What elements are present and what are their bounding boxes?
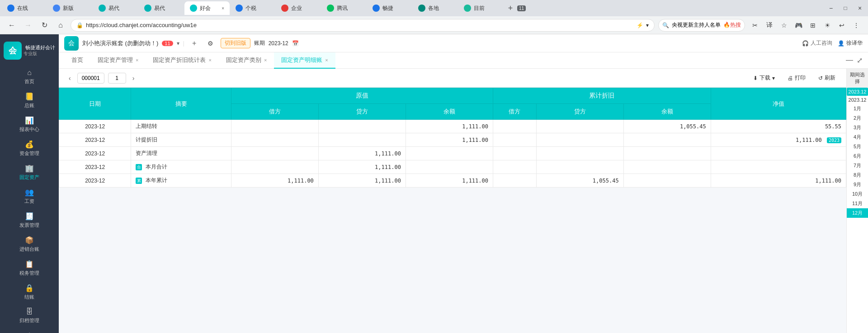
sidebar-item-general-ledger[interactable]: 📒 总账 <box>0 89 59 113</box>
user-avatar-icon: 👤 <box>838 40 844 47</box>
settings-button[interactable]: ⚙ <box>204 37 217 50</box>
search-text: 央视更新主持人名单 <box>672 21 721 29</box>
tab-label-online: 在线 <box>17 5 28 12</box>
prev-page-button[interactable]: ‹ <box>66 74 74 83</box>
browser-tab-yidai2[interactable]: 易代 <box>139 1 184 15</box>
more-tool[interactable]: ⋮ <box>850 19 863 32</box>
browser-tab-gedi[interactable]: 各地 <box>413 1 458 15</box>
print-button[interactable]: 🖨 打印 <box>784 72 809 84</box>
customer-service-button[interactable]: 🎧 人工咨询 <box>802 39 832 47</box>
browser-tab-tengxun[interactable]: 腾讯 <box>321 1 367 15</box>
period-date-1[interactable]: 2023.12 <box>847 88 868 96</box>
next-page-button[interactable]: › <box>130 74 137 83</box>
tab-favicon-muqian <box>464 5 471 12</box>
period-month-12[interactable]: 12月 <box>847 208 868 218</box>
asset-code-input[interactable] <box>77 73 104 84</box>
switch-version-button[interactable]: 切到旧版 <box>221 38 250 48</box>
tab-fixed-cat[interactable]: 固定资产类别 × <box>219 52 274 69</box>
collapse-icon[interactable]: — <box>846 56 853 65</box>
sidebar-item-fixed-assets[interactable]: 🏢 固定资产 <box>0 160 59 184</box>
expand-icon[interactable]: ⤢ <box>857 56 863 65</box>
translate-tool[interactable]: 译 <box>763 19 776 32</box>
sidebar-item-settings[interactable]: ⚙ 设置 <box>0 328 59 333</box>
calendar-icon[interactable]: 📅 <box>292 40 299 47</box>
period-month-7[interactable]: 7月 <box>847 161 868 170</box>
add-account-button[interactable]: + <box>188 37 201 50</box>
brightness-tool[interactable]: ☀ <box>821 19 834 32</box>
topbar-right: 🎧 人工咨询 👤 徐译华 <box>802 39 863 47</box>
sidebar-item-close[interactable]: 🔒 结账 <box>0 280 59 304</box>
undo-tool[interactable]: ↩ <box>835 19 848 32</box>
tab-fixed-dep-stat[interactable]: 固定资产折旧统计表 × <box>146 52 218 69</box>
period-month-2[interactable]: 2月 <box>847 113 868 123</box>
sidebar-item-fund[interactable]: 💰 资金管理 <box>0 136 59 160</box>
address-dropdown-icon[interactable]: ▾ <box>646 22 649 28</box>
star-tool[interactable]: ☆ <box>778 19 790 32</box>
home-icon <box>27 69 32 77</box>
address-bar[interactable]: 🔒 https://cloud.chanjet.com/accounting/u… <box>71 19 655 32</box>
tab-fixed-cat-close[interactable]: × <box>264 57 267 63</box>
tab-fixed-mgmt[interactable]: 固定资产管理 × <box>90 52 146 69</box>
sidebar-item-reports[interactable]: 📊 报表中心 <box>0 113 59 136</box>
new-tab-button[interactable]: + <box>504 2 517 14</box>
browser-tab-haohui[interactable]: 好会 × <box>184 1 230 15</box>
browser-tab-qiye[interactable]: 企业 <box>276 1 321 15</box>
period-month-3[interactable]: 3月 <box>847 123 868 132</box>
tab-label-geshui: 个税 <box>245 5 256 12</box>
browser-tab-online[interactable]: 在线 <box>2 1 47 15</box>
browser-tab-changjie[interactable]: 畅捷 <box>367 1 412 15</box>
back-button[interactable]: ← <box>5 19 18 32</box>
sidebar-item-stock[interactable]: 📦 进销台账 <box>0 232 59 256</box>
search-bar[interactable]: 🔍 央视更新主持人名单 🔥热搜 <box>658 19 745 32</box>
grid-tool[interactable]: ⊞ <box>807 19 819 32</box>
ledger-table: 日期 摘要 原值 累计折旧 净值 借方 贷方 余额 借方 <box>59 88 846 188</box>
tab-fixed-detail[interactable]: 固定资产明细账 × <box>274 52 335 69</box>
sidebar-item-invoice[interactable]: 🧾 发票管理 <box>0 208 59 232</box>
period-value: 2023-12 <box>269 40 288 47</box>
sidebar-item-tax[interactable]: 📋 税务管理 <box>0 256 59 280</box>
browser-tab-yidai1[interactable]: 易代 <box>93 1 138 15</box>
table-row: 2023-12 计提折旧 1,111.00 <box>59 133 846 147</box>
scissors-tool[interactable]: ✂ <box>749 19 761 32</box>
period-month-5[interactable]: 5月 <box>847 142 868 151</box>
browser-tab-geshui[interactable]: 个税 <box>230 1 275 15</box>
period-month-1[interactable]: 1月 <box>847 104 868 113</box>
page-number-input[interactable] <box>108 73 126 84</box>
period-date-2[interactable]: 2023.12 <box>847 96 868 104</box>
row1-orig-balance: 1,111.00 <box>406 133 493 147</box>
sidebar-item-home[interactable]: 首页 <box>0 65 59 89</box>
reload-button[interactable]: ↻ <box>38 19 51 32</box>
forward-button[interactable]: → <box>22 19 34 32</box>
refresh-button[interactable]: ↺ 刷新 <box>815 72 839 84</box>
tab-home[interactable]: 首页 <box>64 52 90 69</box>
row1-orig-debit <box>231 133 318 147</box>
period-month-9[interactable]: 9月 <box>847 180 868 189</box>
sidebar-item-payroll[interactable]: 👥 工资 <box>0 184 59 208</box>
tab-label-yidai1: 易代 <box>108 5 119 12</box>
period-month-10[interactable]: 10月 <box>847 189 868 199</box>
period-month-8[interactable]: 8月 <box>847 170 868 180</box>
user-menu[interactable]: 👤 徐译华 <box>838 39 863 47</box>
table-row: 2023-12 累 本年累计 1,111.00 1,111.00 1,111.0… <box>59 174 846 188</box>
tab-fixed-detail-label: 固定资产明细账 <box>281 56 322 64</box>
table-row: 2023-12 合 本月合计 1,111.00 <box>59 160 846 174</box>
close-button[interactable]: × <box>854 2 866 14</box>
period-month-11[interactable]: 11月 <box>847 199 868 208</box>
tab-label-changjie: 畅捷 <box>382 5 393 12</box>
tab-fixed-dep-stat-close[interactable]: × <box>208 57 211 63</box>
period-month-4[interactable]: 4月 <box>847 132 868 142</box>
sidebar-item-archive[interactable]: 🗄 归档管理 <box>0 304 59 328</box>
browser-tab-muqian[interactable]: 目前 <box>458 1 504 15</box>
col-summary: 摘要 <box>131 88 231 120</box>
browser-tab-xinban[interactable]: 新版 <box>47 1 93 15</box>
dropdown-icon[interactable]: ▾ <box>177 40 179 47</box>
home-nav-button[interactable]: ⌂ <box>54 19 67 32</box>
period-month-6[interactable]: 6月 <box>847 151 868 161</box>
tab-fixed-mgmt-close[interactable]: × <box>136 57 138 63</box>
minimize-button[interactable]: − <box>825 2 837 14</box>
restore-button[interactable]: □ <box>839 2 852 14</box>
game-tool[interactable]: 🎮 <box>792 19 805 32</box>
tab-close-haohui[interactable]: × <box>222 6 224 11</box>
tab-fixed-detail-close[interactable]: × <box>325 57 328 63</box>
download-button[interactable]: ⬇ 下载 ▾ <box>750 72 778 84</box>
